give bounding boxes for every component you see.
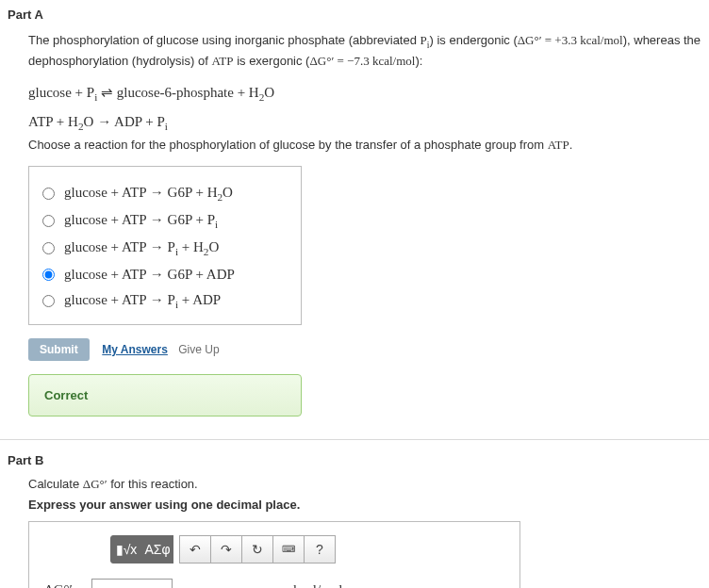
choice-3-label: glucose + ATP → Pi + H2O bbox=[64, 239, 219, 257]
choice-1-radio[interactable] bbox=[42, 188, 55, 200]
give-up-link-a[interactable]: Give Up bbox=[178, 343, 219, 356]
keyboard-button[interactable]: ⌨ bbox=[272, 535, 305, 564]
equation-2: ATP + H2O → ADP + Pi bbox=[28, 114, 701, 132]
choice-group: glucose + ATP → G6P + H2O glucose + ATP … bbox=[28, 166, 302, 325]
choice-5[interactable]: glucose + ATP → Pi + ADP bbox=[42, 287, 288, 315]
template-button[interactable]: ▮√x bbox=[110, 535, 142, 564]
part-a-actions: Submit My Answers Give Up bbox=[28, 338, 701, 361]
part-a-intro: The phosphorylation of glucose using ino… bbox=[28, 31, 701, 71]
choice-5-radio[interactable] bbox=[42, 295, 55, 307]
answer-box: ▮√x ΑΣφ ↶ ↷ ↻ ⌨ ? ΔG°′ = kcal/mol bbox=[28, 521, 520, 588]
submit-button-a[interactable]: Submit bbox=[28, 338, 90, 361]
divider bbox=[0, 439, 709, 440]
template-icon: ▮√x bbox=[116, 542, 138, 557]
choice-4-radio[interactable] bbox=[42, 269, 55, 281]
part-b-instruction: Express your answer using one decimal pl… bbox=[28, 498, 701, 512]
part-a-prompt: Choose a reaction for the phosphorylatio… bbox=[28, 138, 701, 153]
redo-button[interactable]: ↷ bbox=[210, 535, 242, 564]
part-b-prompt: Calculate ΔG°′ for this reaction. bbox=[28, 477, 701, 492]
choice-4[interactable]: glucose + ATP → G6P + ADP bbox=[42, 262, 288, 287]
greek-button[interactable]: ΑΣφ bbox=[141, 535, 173, 564]
reset-button[interactable]: ↻ bbox=[241, 535, 273, 564]
choice-1[interactable]: glucose + ATP → G6P + H2O bbox=[42, 180, 288, 207]
choice-5-label: glucose + ATP → Pi + ADP bbox=[64, 292, 221, 310]
my-answers-link-a[interactable]: My Answers bbox=[102, 343, 168, 356]
choice-2-label: glucose + ATP → G6P + Pi bbox=[64, 212, 218, 230]
choice-2[interactable]: glucose + ATP → G6P + Pi bbox=[42, 207, 288, 235]
part-b: Part B Calculate ΔG°′ for this reaction.… bbox=[8, 453, 701, 588]
redo-icon: ↷ bbox=[221, 542, 232, 557]
help-button[interactable]: ? bbox=[304, 535, 336, 564]
choice-1-label: glucose + ATP → G6P + H2O bbox=[64, 185, 233, 203]
undo-icon: ↶ bbox=[190, 542, 201, 557]
choice-2-radio[interactable] bbox=[42, 215, 55, 227]
reset-icon: ↻ bbox=[252, 542, 263, 557]
answer-label: ΔG°′ = bbox=[44, 582, 84, 588]
greek-icon: ΑΣφ bbox=[144, 542, 170, 557]
keyboard-icon: ⌨ bbox=[282, 544, 295, 554]
part-a-title: Part A bbox=[8, 8, 701, 22]
help-icon: ? bbox=[316, 542, 323, 557]
choice-3[interactable]: glucose + ATP → Pi + H2O bbox=[42, 235, 288, 262]
undo-button[interactable]: ↶ bbox=[179, 535, 211, 564]
choice-3-radio[interactable] bbox=[42, 242, 55, 254]
answer-toolbar: ▮√x ΑΣφ ↶ ↷ ↻ ⌨ ? bbox=[110, 535, 504, 564]
correct-feedback: Correct bbox=[28, 374, 302, 416]
part-b-title: Part B bbox=[8, 453, 701, 467]
part-a: Part A The phosphorylation of glucose us… bbox=[8, 8, 701, 416]
answer-input[interactable] bbox=[91, 579, 173, 588]
answer-unit: kcal/mol bbox=[293, 582, 343, 588]
choice-4-label: glucose + ATP → G6P + ADP bbox=[64, 267, 235, 283]
equation-1: glucose + Pi ⇌ glucose-6-phosphate + H2O bbox=[28, 84, 701, 103]
